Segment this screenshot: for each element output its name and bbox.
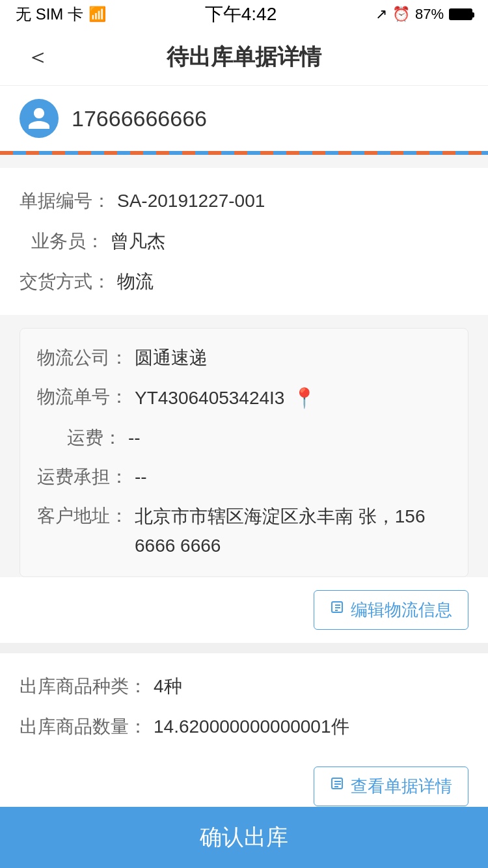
freight-bearer-value: -- [135,463,451,491]
basic-info-section: 单据编号： SA-20191227-001 业务员： 曾凡杰 交货方式： 物流 [0,168,488,315]
address-value: 北京市市辖区海淀区永丰南 张，156 6666 6666 [135,502,451,561]
goods-quantity-value: 14.620000000000001件 [154,713,468,740]
goods-types-label: 出库商品种类： [20,673,154,700]
status-time: 下午4:42 [205,2,277,27]
map-pin-icon[interactable]: 📍 [292,383,316,413]
delivery-method-value: 物流 [117,268,468,295]
doc-number-label: 单据编号： [20,187,117,215]
salesperson-row: 业务员： 曾凡杰 [20,228,468,255]
dashed-divider [0,151,488,155]
logistics-company-label: 物流公司： [37,344,135,372]
tracking-number: YT43064053424I3 [135,385,284,412]
freight-bearer-label: 运费承担： [37,463,135,491]
contact-header: 17666666666 [0,86,488,151]
status-right: ↗ ⏰ 87% [375,6,472,23]
logistics-company-value: 圆通速递 [135,344,451,372]
alarm-icon: ⏰ [392,6,410,23]
confirm-button-wrap[interactable]: 确认出库 [0,807,488,868]
freight-label: 运费： [37,424,128,452]
freight-bearer-row: 运费承担： -- [37,463,451,491]
freight-value: -- [128,424,451,452]
salesperson-label: 业务员： [20,228,111,255]
goods-section: 出库商品种类： 4种 出库商品数量： 14.620000000000001件 [0,653,488,753]
contact-phone: 17666666666 [72,106,207,131]
detail-icon [330,776,346,796]
carrier-text: 无 SIM 卡 [16,4,83,25]
logistics-section: 物流公司： 圆通速递 物流单号： YT43064053424I3 📍 运费： -… [20,328,468,577]
goods-types-value: 4种 [154,673,468,700]
battery-icon [449,8,472,20]
status-left: 无 SIM 卡 📶 [16,4,106,25]
doc-number-value: SA-20191227-001 [117,187,468,215]
edit-btn-section: 编辑物流信息 [0,577,488,643]
goods-quantity-label: 出库商品数量： [20,713,154,740]
confirm-btn-label: 确认出库 [200,822,288,852]
goods-quantity-row: 出库商品数量： 14.620000000000001件 [20,713,468,740]
freight-row: 运费： -- [37,424,451,452]
location-status-icon: ↗ [375,6,387,23]
avatar [20,99,59,138]
delivery-method-label: 交货方式： [20,268,117,295]
tracking-label: 物流单号： [37,383,135,411]
goods-types-row: 出库商品种类： 4种 [20,673,468,700]
address-row: 客户地址： 北京市市辖区海淀区永丰南 张，156 6666 6666 [37,502,451,561]
logistics-company-row: 物流公司： 圆通速递 [37,344,451,372]
detail-btn-label: 查看单据详情 [351,775,452,798]
edit-icon [330,600,346,619]
tracking-row: 物流单号： YT43064053424I3 📍 [37,383,451,413]
view-detail-button[interactable]: 查看单据详情 [314,766,468,806]
doc-number-row: 单据编号： SA-20191227-001 [20,187,468,215]
section-separator [0,643,488,653]
edit-btn-label: 编辑物流信息 [351,599,452,621]
status-bar: 无 SIM 卡 📶 下午4:42 ↗ ⏰ 87% [0,0,488,29]
user-icon [26,105,52,131]
back-button[interactable]: ＜ [20,34,56,79]
page-title: 待出库单据详情 [167,42,321,72]
address-label: 客户地址： [37,502,135,530]
tracking-value: YT43064053424I3 📍 [135,383,451,413]
delivery-method-row: 交货方式： 物流 [20,268,468,295]
edit-logistics-button[interactable]: 编辑物流信息 [314,590,468,630]
battery-text: 87% [415,6,444,23]
salesperson-value: 曾凡杰 [111,228,468,255]
wifi-icon: 📶 [88,6,106,23]
nav-bar: ＜ 待出库单据详情 [0,29,488,86]
